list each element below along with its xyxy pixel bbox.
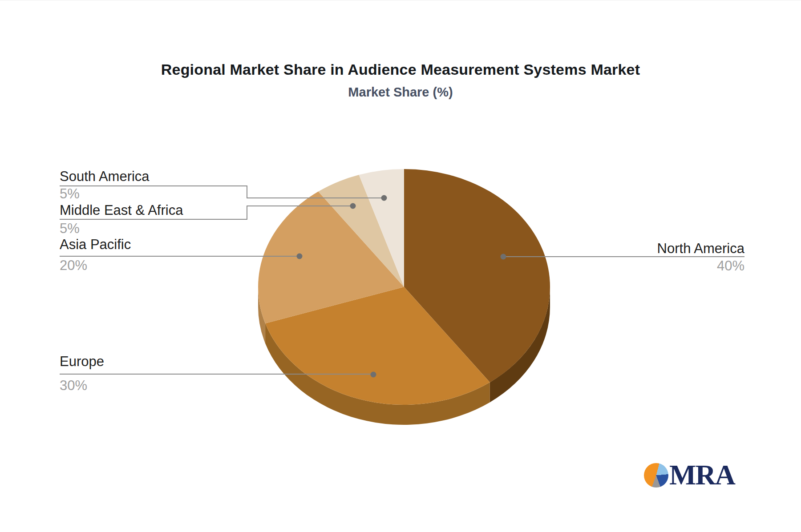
leader-dot-north-america xyxy=(501,254,506,260)
chart-canvas: Regional Market Share in Audience Measur… xyxy=(0,0,801,532)
logo-text: MRA xyxy=(669,462,735,488)
slice-label: South America xyxy=(60,168,150,185)
leader-dot-asia-pacific xyxy=(297,254,303,259)
callout-south-america: South America 5% xyxy=(60,168,150,202)
slice-value: 20% xyxy=(60,257,131,274)
slice-value: 40% xyxy=(657,258,744,274)
mra-logo: MRA xyxy=(644,462,735,488)
leader-dot-south-america xyxy=(381,195,387,201)
callout-europe: Europe 30% xyxy=(60,353,104,394)
slice-label: Europe xyxy=(60,353,104,370)
callout-north-america: North America 40% xyxy=(657,240,744,274)
logo-pie-icon xyxy=(644,463,668,488)
leader-dot-europe xyxy=(371,372,376,378)
slice-value: 30% xyxy=(60,377,104,394)
slice-value: 5% xyxy=(60,220,183,237)
slice-label: Middle East & Africa xyxy=(60,202,183,219)
slice-label: Asia Pacific xyxy=(60,236,131,253)
slice-value: 5% xyxy=(60,185,150,202)
callout-middle-east-africa: Middle East & Africa 5% xyxy=(60,202,183,237)
callout-asia-pacific: Asia Pacific 20% xyxy=(60,236,131,274)
slice-label: North America xyxy=(657,240,744,257)
leader-dot-middle-east-africa xyxy=(350,203,356,209)
